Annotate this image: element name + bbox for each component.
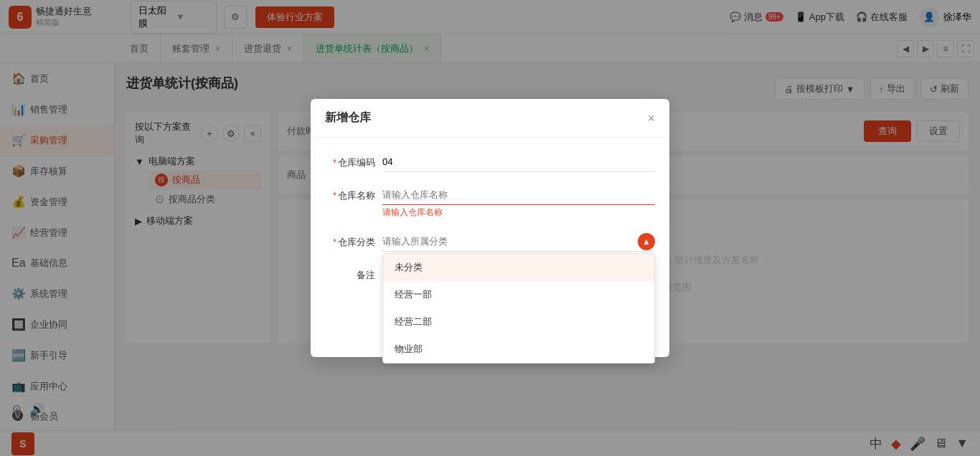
code-label: 仓库编码 — [325, 152, 382, 169]
name-input[interactable] — [382, 185, 655, 205]
dialog-title: 新增仓库 — [325, 110, 371, 125]
dialog-header: 新增仓库 × — [311, 99, 669, 138]
dropdown-item-3[interactable]: 物业部 — [383, 336, 654, 363]
category-dropdown: 未分类 经营一部 经营二部 物业部 — [382, 253, 655, 364]
name-control: 请输入仓库名称 — [382, 185, 655, 219]
form-row-name: 仓库名称 请输入仓库名称 — [325, 185, 655, 219]
category-control: ▲ 未分类 经营一部 经营二部 物业部 — [382, 232, 655, 252]
category-label: 仓库分类 — [325, 232, 382, 249]
dialog-close-btn[interactable]: × — [647, 112, 655, 125]
dropdown-item-2[interactable]: 经营二部 — [383, 308, 654, 336]
modal-overlay: 新增仓库 × 仓库编码 仓库名称 请输入仓库名称 仓库分类 — [0, 0, 980, 456]
form-row-code: 仓库编码 — [325, 152, 655, 172]
name-error-msg: 请输入仓库名称 — [382, 206, 655, 219]
code-input[interactable] — [382, 152, 655, 172]
name-label: 仓库名称 — [325, 185, 382, 202]
note-label: 备注 — [325, 265, 382, 282]
form-row-category: 仓库分类 ▲ 未分类 经营一部 经营二部 物业部 — [325, 232, 655, 252]
dialog-body: 仓库编码 仓库名称 请输入仓库名称 仓库分类 ▲ — [311, 138, 669, 310]
category-arrow-btn[interactable]: ▲ — [638, 233, 655, 250]
code-control — [382, 152, 655, 172]
new-warehouse-dialog: 新增仓库 × 仓库编码 仓库名称 请输入仓库名称 仓库分类 — [311, 99, 669, 357]
dropdown-item-0[interactable]: 未分类 — [383, 254, 654, 281]
dropdown-item-1[interactable]: 经营一部 — [383, 281, 654, 308]
category-input[interactable] — [382, 232, 655, 252]
category-select-wrapper: ▲ — [382, 232, 655, 252]
